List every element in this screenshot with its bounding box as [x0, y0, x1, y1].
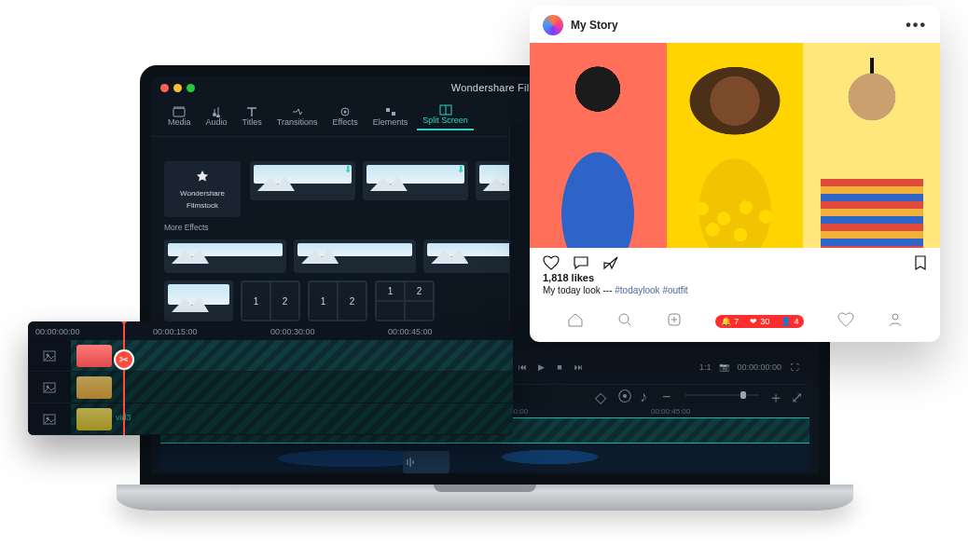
preset-thumb[interactable]: [294, 239, 416, 273]
lane-head-icon[interactable]: [28, 403, 71, 435]
post-panel-1: [530, 43, 667, 248]
marker-icon[interactable]: ◇: [595, 389, 608, 402]
bookmark-icon[interactable]: [914, 255, 927, 270]
caption-text: My today look ---: [543, 285, 612, 295]
filmstock-tile[interactable]: Wondershare Filmstock: [164, 161, 241, 217]
tab-transitions-label: Transitions: [277, 117, 318, 127]
story-title[interactable]: My Story: [571, 19, 618, 32]
svg-rect-7: [392, 112, 395, 116]
popout-lanes: vid1 vid3 ✂: [28, 340, 513, 435]
preview-timecode: 00:00:00:00: [737, 362, 781, 372]
lane-headers: [28, 340, 71, 435]
zoom-out-icon[interactable]: −: [662, 389, 675, 402]
mixer-icon[interactable]: ♪: [640, 389, 653, 402]
tab-split-screen[interactable]: Split Screen: [417, 102, 474, 130]
notification-pills[interactable]: 🔔7 ❤30 👤4: [715, 315, 804, 328]
tab-effects-label: Effects: [332, 117, 357, 127]
timeline-lane[interactable]: vid3: [71, 403, 513, 435]
preset-thumb[interactable]: [164, 239, 286, 273]
tab-media[interactable]: Media: [162, 104, 197, 130]
tab-audio-label: Audio: [206, 117, 228, 127]
popout-ruler[interactable]: 00:00:00:00 00:00:15:00 00:00:30:00 00:0…: [28, 321, 513, 340]
activity-icon[interactable]: [837, 312, 854, 331]
track-audio[interactable]: [160, 444, 809, 471]
layout-cell: 1: [309, 281, 338, 321]
playhead[interactable]: [123, 321, 125, 435]
post-actions: [530, 248, 940, 272]
caption-tags[interactable]: #todaylook #outfit: [615, 285, 687, 295]
tab-elements[interactable]: Elements: [367, 104, 414, 130]
zoom-in-icon[interactable]: ＋: [768, 389, 781, 402]
scissors-icon[interactable]: ✂: [114, 349, 134, 370]
clip-thumb[interactable]: [76, 376, 112, 399]
filmstock-line1: Wondershare: [180, 189, 225, 198]
tab-transitions[interactable]: Transitions: [271, 104, 324, 130]
user-badge: 👤4: [775, 315, 804, 328]
aspect-ratio[interactable]: 1:1: [699, 362, 712, 372]
layout-cell: 2: [270, 281, 299, 321]
tab-titles-label: Titles: [242, 117, 262, 127]
audio-clip[interactable]: [403, 451, 449, 473]
ruler-mark: 00:00:30:00: [270, 327, 388, 336]
library-sidebar: Wondershare Filmstock More Effects: [164, 161, 241, 232]
ruler-mark: 00:00:15:00: [153, 327, 270, 336]
layout-1-2[interactable]: 1 2: [241, 280, 300, 321]
tab-effects[interactable]: Effects: [326, 104, 363, 130]
likes-count[interactable]: 1,818 likes: [530, 272, 940, 285]
zoom-dot[interactable]: [187, 84, 195, 92]
preset-thumb[interactable]: ⬇: [250, 161, 355, 200]
tab-audio[interactable]: Audio: [201, 104, 233, 130]
stop-icon[interactable]: ■: [554, 362, 565, 373]
post-image[interactable]: [530, 43, 940, 248]
preset-thumb[interactable]: [164, 280, 233, 321]
add-icon[interactable]: [666, 312, 683, 331]
tab-elements-label: Elements: [373, 117, 408, 127]
post-caption: My today look --- #todaylook #outfit: [530, 285, 940, 305]
ruler-mark: 00:00:00:00: [35, 327, 153, 336]
download-icon: ⬇: [457, 164, 464, 174]
profile-icon[interactable]: [888, 312, 903, 331]
preview-controls: ⏮ ▶ ■ ⏭ 1:1 📷 00:00:00:00 ⛶: [509, 356, 808, 378]
clip-thumb[interactable]: [76, 408, 112, 430]
layout-cell: 1: [376, 281, 405, 301]
more-icon[interactable]: •••: [906, 17, 927, 34]
tab-split-screen-label: Split Screen: [422, 116, 468, 125]
snapshot-icon[interactable]: 📷: [718, 362, 729, 373]
social-card: My Story ••• 1,818 likes My today look -…: [530, 6, 940, 342]
svg-rect-6: [386, 108, 390, 112]
clip-thumb[interactable]: [76, 345, 112, 367]
fullscreen-icon[interactable]: ⛶: [789, 362, 800, 373]
svg-point-5: [344, 111, 347, 114]
next-icon[interactable]: ⏭: [573, 362, 584, 373]
prev-icon[interactable]: ⏮: [517, 362, 528, 373]
play-icon[interactable]: ▶: [535, 362, 546, 373]
download-icon: ⬇: [344, 164, 352, 174]
minimize-dot[interactable]: [173, 84, 182, 92]
zoom-slider[interactable]: [685, 394, 759, 396]
post-panel-2: [667, 43, 804, 248]
tab-media-label: Media: [168, 117, 191, 127]
explore-icon[interactable]: [617, 312, 632, 331]
more-effects-label: More Effects: [164, 223, 241, 232]
share-icon[interactable]: [602, 255, 619, 270]
lane-stack: vid1 vid3 ✂: [71, 340, 513, 435]
lane-head-icon[interactable]: [28, 372, 71, 403]
svg-point-16: [619, 314, 629, 323]
heart-icon[interactable]: [543, 255, 560, 270]
timeline-lane[interactable]: vid1: [71, 340, 513, 372]
layout-1-2[interactable]: 1 2: [308, 280, 367, 321]
traffic-lights: [160, 84, 195, 92]
preset-thumb[interactable]: ⬇: [363, 161, 468, 200]
comment-icon[interactable]: [573, 255, 589, 270]
layout-cell: 1: [242, 281, 270, 321]
layout-1-2-grid[interactable]: 1 2: [375, 280, 435, 321]
home-icon[interactable]: [567, 312, 584, 331]
lane-head-icon[interactable]: [28, 340, 71, 372]
timeline-lane[interactable]: [71, 372, 513, 403]
record-icon[interactable]: ⦿: [617, 389, 630, 402]
filmstock-line2: Filmstock: [187, 201, 218, 210]
close-dot[interactable]: [160, 84, 169, 92]
zoom-fit-icon[interactable]: ⤢: [791, 389, 804, 402]
avatar[interactable]: [543, 15, 563, 35]
tab-titles[interactable]: Titles: [237, 104, 268, 130]
